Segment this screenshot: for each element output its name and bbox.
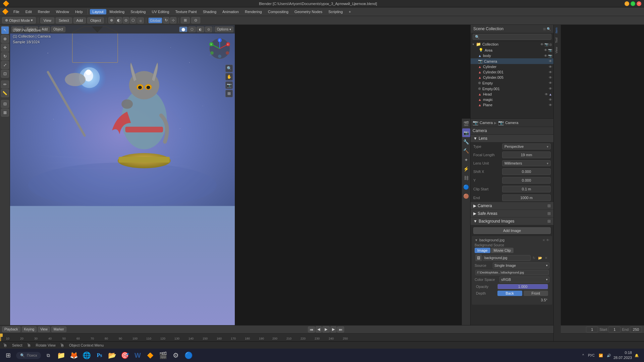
systray-keyboard[interactable]: РУС [587, 353, 596, 358]
bg-item-x[interactable]: ✕ [542, 238, 545, 242]
grid-btn[interactable]: ⊞ [225, 90, 233, 97]
body-eye[interactable]: 👁 [544, 54, 547, 58]
chrome-btn[interactable]: 🌐 [80, 349, 93, 361]
camera-props-icon[interactable]: 📷 [462, 128, 470, 137]
tab-texture-paint[interactable]: Texture Paint [172, 9, 199, 14]
playback-btn[interactable]: Playback [2, 326, 20, 332]
systray-notification[interactable]: 🔔 [633, 353, 640, 358]
focal-length-input[interactable]: 19 mm [502, 152, 551, 158]
magic-eye[interactable]: 👁 [549, 98, 552, 102]
type-dropdown[interactable]: Perspective ▾ [502, 143, 551, 149]
object-menu[interactable]: Object [87, 17, 104, 23]
camera-section-header[interactable]: ▶ Camera ⊞ [471, 202, 553, 210]
clip-end-input[interactable]: 1000 m [502, 194, 551, 201]
transform-orient[interactable]: ↻ [163, 17, 169, 23]
sc-search-input[interactable] [473, 34, 551, 40]
tab-sculpting[interactable]: Sculpting [128, 9, 148, 14]
bg-item-eye[interactable]: 👁 [546, 238, 549, 242]
tab-layout[interactable]: Layout [90, 9, 106, 14]
body-cam[interactable]: 📷 [548, 54, 552, 58]
viewport-icon-5[interactable]: ☼ [137, 17, 144, 23]
full-path-input[interactable] [475, 270, 549, 275]
menu-file[interactable]: File [11, 9, 22, 14]
app2-btn[interactable]: 🎯 [119, 349, 131, 361]
cursor-tool[interactable]: ⊕ [1, 35, 9, 43]
sc-search-icon[interactable]: 🔍 [547, 27, 551, 31]
menu-edit[interactable]: Edit [23, 9, 35, 14]
sc-item-magic[interactable]: ▲ magic 👁 [471, 97, 553, 102]
system-clock[interactable]: 0:18 28.07.2023 [613, 350, 632, 361]
sc-item-plane[interactable]: ▲ Plane 👁 [471, 102, 553, 108]
play-btn[interactable]: ▶ [322, 326, 330, 333]
tab-animation[interactable]: Animation [220, 9, 241, 14]
extra-tool[interactable]: ⊠ [1, 109, 9, 117]
rendered-btn[interactable]: ◐ [197, 26, 204, 32]
material-props-icon[interactable]: 🟤 [462, 192, 471, 200]
material-btn[interactable]: ⊙ [205, 26, 212, 32]
camera-view-btn[interactable]: 📷 [225, 81, 233, 89]
view-menu[interactable]: View [40, 17, 54, 23]
jump-start-btn[interactable]: ⏮ [308, 326, 315, 333]
sc-item-cylinder005[interactable]: ▲ Cylinder.005 👁 [471, 75, 553, 80]
end-frame-input[interactable] [630, 326, 642, 333]
source-dropdown[interactable]: Single Image ▾ [493, 262, 549, 268]
sc-item-area[interactable]: 💡 Area 👁 📷 [471, 47, 553, 53]
blender-tb-btn[interactable]: 🔶 [144, 349, 156, 361]
global-transform-btn[interactable]: Global [148, 17, 162, 23]
file-reload-btn[interactable]: ↻ [531, 256, 537, 260]
area-cam[interactable]: 📷 [548, 48, 552, 52]
start-frame-input[interactable] [608, 326, 621, 333]
sc-item-camera[interactable]: 📷 Camera 👁 [471, 58, 553, 64]
taskview-btn[interactable]: ⧉ [42, 349, 54, 361]
sc-item-cylinder001[interactable]: ▲ Cylinder.001 👁 [471, 69, 553, 75]
empty001-eye[interactable]: 👁 [549, 87, 552, 90]
proportional-btn[interactable]: ⊙ [191, 17, 200, 23]
viewport-icon-3[interactable]: ⊙ [123, 17, 129, 23]
zoom-in-btn[interactable]: 🔍 [225, 65, 233, 72]
viewport-icon-1[interactable]: ⊕ [108, 17, 115, 23]
maximize-button[interactable]: □ [631, 1, 635, 6]
opacity-slider[interactable]: 1.000 [497, 284, 548, 289]
search-box[interactable]: 🔍 Поиск [16, 352, 41, 359]
prev-frame-btn[interactable]: ◀ [316, 326, 322, 333]
viewport-options-btn[interactable]: Options ▾ [215, 26, 233, 32]
solid-display-btn[interactable]: ⬤ [179, 26, 187, 32]
area-eye[interactable]: 👁 [544, 48, 547, 52]
add-menu[interactable]: Add [73, 17, 86, 23]
safe-expand-icon[interactable]: ⊞ [547, 211, 551, 216]
viewport-icon-2[interactable]: ◐ [115, 17, 122, 23]
bg-item-collapse-arrow[interactable]: ▼ [475, 238, 478, 242]
move-tool[interactable]: ✛ [1, 44, 9, 52]
tab-compositing[interactable]: Compositing [265, 9, 291, 14]
sc-item-body[interactable]: ▲ body 👁 📷 [471, 53, 553, 58]
source-movie-btn[interactable]: Movie Clip [491, 248, 514, 253]
sc-item-head[interactable]: ▲ Head 👁 ▲ [471, 92, 553, 97]
marker-btn[interactable]: Marker [51, 326, 66, 332]
select-tool[interactable]: ↖ [1, 26, 9, 34]
move-view-btn[interactable]: ✋ [225, 73, 233, 80]
jump-end-btn[interactable]: ⏭ [337, 326, 344, 333]
annotate-tool[interactable]: ✏ [1, 80, 9, 88]
measure-tool[interactable]: 📏 [1, 89, 9, 97]
select-menu[interactable]: Select [56, 17, 72, 23]
systray-network[interactable]: 📶 [597, 353, 604, 358]
sc-item-empty[interactable]: ⊕ Empty 👁 [471, 80, 553, 86]
safe-areas-header[interactable]: ▶ Safe Areas ⊞ [471, 210, 553, 218]
ps-btn[interactable]: Ps [93, 349, 105, 361]
rotate-tool[interactable]: ↻ [1, 52, 9, 60]
transform-tool[interactable]: ⊡ [1, 70, 9, 78]
shift-x-input[interactable]: 0.000 [502, 168, 551, 175]
particle-props-icon[interactable]: ✦ [462, 156, 471, 164]
tool-tab[interactable]: Tool [554, 36, 561, 45]
scale-tool[interactable]: ⤢ [1, 61, 9, 69]
menu-help[interactable]: Help [72, 9, 86, 14]
menu-window[interactable]: Window [53, 9, 72, 14]
tab-scripting[interactable]: Scripting [326, 9, 345, 14]
app4-btn[interactable]: ⚙ [170, 349, 182, 361]
app3-btn[interactable]: 🎬 [157, 349, 169, 361]
cyl-eye[interactable]: 👁 [549, 65, 552, 69]
word-btn[interactable]: W [131, 349, 144, 361]
menu-render[interactable]: Render [35, 9, 53, 14]
camera-sec-expand[interactable]: ⊞ [547, 203, 551, 208]
add-image-button[interactable]: Add Image [473, 227, 551, 234]
